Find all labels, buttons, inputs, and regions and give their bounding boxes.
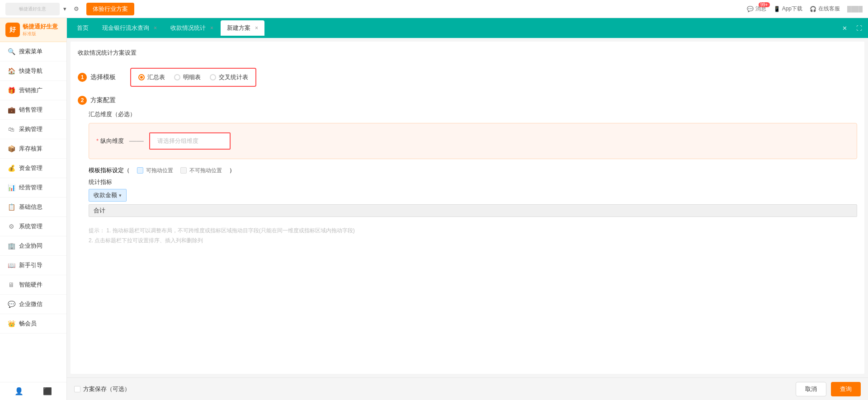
radio-summary-label: 汇总表 [147, 73, 165, 81]
radio-detail[interactable]: 明细表 [174, 73, 201, 81]
logo-icon: 好 [5, 23, 20, 37]
sidebar-item-marketing[interactable]: 🎁 营销推广 [0, 81, 66, 100]
sidebar-bottom-icon1[interactable]: 👤 [14, 387, 24, 395]
page-footer: 方案保存（可选） 取消 查询 [67, 377, 868, 400]
tab-bank-flow[interactable]: 现金银行流水查询 × [96, 20, 163, 36]
tab-bank-flow-close[interactable]: × [154, 25, 157, 31]
sidebar-item-member[interactable]: 👑 畅会员 [0, 314, 66, 334]
header-dropdown[interactable]: ▾ [63, 5, 66, 12]
tab-new-scheme-close[interactable]: × [255, 25, 258, 31]
industry-button[interactable]: 体验行业方案 [86, 3, 134, 15]
user-item[interactable]: ████ [847, 6, 863, 12]
support-icon: 🎧 [810, 6, 816, 12]
sidebar-bottom-icon2[interactable]: ⬛ [43, 387, 52, 395]
gear-icon[interactable]: ⚙ [70, 3, 83, 15]
cancel-button[interactable]: 取消 [796, 382, 826, 396]
sidebar-logo: 好 畅捷通好生意 标准版 [0, 18, 66, 42]
step1-title: 选择模板 [90, 73, 116, 81]
required-star: * [96, 137, 99, 144]
sidebar-item-hardware[interactable]: 🖥 智能硬件 [0, 275, 66, 295]
online-support-item[interactable]: 🎧 在线客服 [810, 5, 840, 13]
page-inner: 收款情况统计方案设置 1 选择模板 汇总表 [71, 42, 864, 374]
sidebar-item-sales[interactable]: 💼 销售管理 [0, 100, 66, 120]
page-title: 收款情况统计方案设置 [78, 49, 857, 61]
sidebar-item-purchase[interactable]: 🛍 采购管理 [0, 120, 66, 139]
purchase-icon: 🛍 [7, 125, 15, 133]
sidebar-item-inventory[interactable]: 📦 库存核算 [0, 139, 66, 159]
radio-cross-label: 交叉统计表 [219, 73, 248, 81]
sidebar-item-guide[interactable]: 📖 新手引导 [0, 256, 66, 275]
sidebar-label-quick-nav: 快捷导航 [19, 67, 42, 75]
top-header: 畅捷通好生意 ▾ ⚙ 体验行业方案 💬 消息 99+ 📱 App下载 🎧 在线客… [0, 0, 868, 18]
step2-header: 2 方案配置 [78, 96, 857, 105]
metric-tag-receipt-label: 收款金额 [94, 191, 117, 199]
step1-num: 1 [78, 73, 87, 82]
tab-receipt-stats-label: 收款情况统计 [170, 24, 206, 32]
query-button[interactable]: 查询 [831, 382, 861, 396]
sidebar-item-wechat[interactable]: 💬 企业微信 [0, 295, 66, 314]
hardware-icon: 🖥 [7, 281, 15, 289]
tab-expand-action[interactable]: ⛶ [854, 23, 864, 33]
sub-metric-area: 合计 [89, 204, 857, 217]
basic-info-icon: 📋 [7, 203, 15, 211]
radio-cross[interactable]: 交叉统计表 [210, 73, 248, 81]
legend-draggable: 可拖动位置 [137, 167, 173, 174]
fixed-legend-label: 不可拖动位置 [189, 167, 222, 174]
tab-home[interactable]: 首页 [71, 20, 95, 36]
tab-new-scheme[interactable]: 新建方案 × [221, 20, 264, 36]
sidebar-label-inventory: 库存核算 [19, 145, 42, 153]
metric-tag-receipt[interactable]: 收款金额 ▾ [89, 189, 127, 202]
sub-label-dim: 汇总维度（必选） [89, 110, 857, 118]
radio-summary[interactable]: 汇总表 [138, 73, 165, 81]
radio-detail-circle [174, 74, 180, 80]
header-right: 💬 消息 99+ 📱 App下载 🎧 在线客服 ████ [747, 5, 863, 13]
sidebar-label-search-menu: 搜索菜单 [19, 47, 42, 56]
sales-icon: 💼 [7, 106, 15, 114]
app-download-item[interactable]: 📱 App下载 [774, 5, 802, 13]
tab-bank-flow-label: 现金银行流水查询 [102, 24, 149, 32]
footer-actions: 取消 查询 [796, 382, 861, 396]
sidebar-item-system[interactable]: ⚙ 系统管理 [0, 217, 66, 236]
sidebar-label-guide: 新手引导 [19, 261, 42, 269]
chevron-down-icon: ▾ [63, 5, 66, 12]
sidebar-label-hardware: 智能硬件 [19, 281, 42, 289]
draggable-legend-box [137, 167, 143, 174]
header-logo: 畅捷通好生意 [5, 3, 60, 15]
logo-placeholder: 畅捷通好生意 [19, 6, 46, 12]
metric-tag-area: 收款金额 ▾ [89, 189, 857, 202]
online-support-label: 在线客服 [818, 5, 840, 13]
sidebar-item-basic-info[interactable]: 📋 基础信息 [0, 198, 66, 217]
sidebar-item-enterprise[interactable]: 🏢 企业协同 [0, 236, 66, 256]
metric-settings-end: ） [229, 166, 235, 174]
notification-item[interactable]: 💬 消息 99+ [747, 5, 766, 13]
metric-legend: 模板指标设定（ 可拖动位置 不可拖动位置 ） [89, 166, 857, 174]
sidebar-label-enterprise: 企业协同 [19, 242, 42, 250]
download-icon: 📱 [774, 6, 780, 12]
sidebar-bottom: 👤 ⬛ [0, 382, 66, 400]
fixed-legend-box [180, 167, 187, 174]
tips-line2: 2. 点击标题栏下拉可设置排序、插入列和删除列 [89, 236, 857, 246]
metric-settings-label: 模板指标设定（ [89, 166, 130, 174]
tab-receipt-stats[interactable]: 收款情况统计 × [164, 20, 220, 36]
radio-summary-circle [138, 74, 145, 80]
sidebar-item-quick-nav[interactable]: 🏠 快捷导航 [0, 61, 66, 81]
sidebar-label-purchase: 采购管理 [19, 125, 42, 133]
radio-detail-label: 明细表 [183, 73, 201, 81]
sidebar-item-finance[interactable]: 💰 资金管理 [0, 159, 66, 178]
tab-receipt-stats-close[interactable]: × [210, 25, 213, 31]
sidebar-item-operations[interactable]: 📊 经营管理 [0, 178, 66, 198]
tab-close-action[interactable]: ✕ [839, 23, 850, 33]
tab-new-scheme-label: 新建方案 [227, 24, 250, 32]
step1-header: 1 选择模板 汇总表 明细表 [78, 68, 857, 87]
operations-icon: 📊 [7, 184, 15, 192]
content-area: 首页 现金银行流水查询 × 收款情况统计 × 新建方案 × ✕ ⛶ 收款情况统计… [67, 18, 868, 400]
sidebar-item-search-menu[interactable]: 🔍 搜索菜单 [0, 42, 66, 61]
save-checkbox[interactable] [74, 386, 80, 392]
sidebar-label-finance: 资金管理 [19, 164, 42, 172]
sub-metric-total-label: 合计 [94, 207, 105, 214]
save-option-label: 方案保存（可选） [83, 385, 130, 393]
sidebar-label-marketing: 营销推广 [19, 86, 42, 94]
message-icon: 💬 [747, 6, 754, 12]
metric-settings: 模板指标设定（ 可拖动位置 不可拖动位置 ） [89, 166, 857, 217]
dim-input-box[interactable]: 请选择分组维度 [149, 132, 231, 150]
